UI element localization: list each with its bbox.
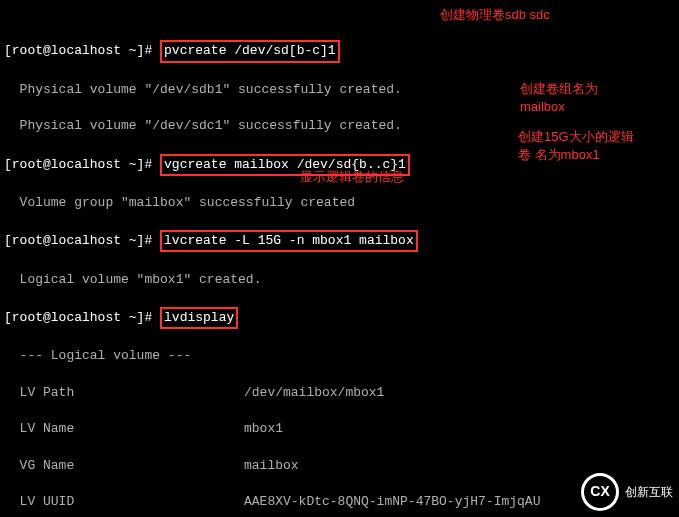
annotation-lvcreate-2: 卷 名为mbox1 (518, 146, 600, 164)
cmd-lvdisplay: lvdisplay (160, 307, 238, 329)
annotation-vgcreate: 创建卷组名为 (520, 80, 598, 98)
prompt2: [root@localhost ~]# (4, 157, 152, 172)
watermark: CX 创新互联 (581, 473, 673, 511)
terminal-output: [root@localhost ~]# pvcreate /dev/sd[b-c… (0, 0, 679, 517)
annotation-lvdisplay: 显示逻辑卷的信息 (300, 168, 404, 186)
lvdisplay-header: --- Logical volume --- (4, 347, 679, 365)
annotation-vgcreate-2: mailbox (520, 98, 565, 116)
lv-name-value: mbox1 (244, 420, 283, 438)
prompt-line-1[interactable]: [root@localhost ~]# pvcreate /dev/sd[b-c… (4, 40, 679, 62)
lv-name-row: LV Namembox1 (4, 420, 679, 438)
lv-uuid-row: LV UUIDAAE8XV-kDtc-8QNQ-imNP-47BO-yjH7-I… (4, 493, 679, 511)
annotation-lvcreate: 创建15G大小的逻辑 (518, 128, 634, 146)
vg-name-label: VG Name (4, 457, 244, 475)
vg-name-value: mailbox (244, 457, 299, 475)
lv-path-value: /dev/mailbox/mbox1 (244, 384, 384, 402)
annotation-pvcreate: 创建物理卷sdb sdc (440, 6, 550, 24)
watermark-text: 创新互联 (625, 484, 673, 501)
prompt-line-4[interactable]: [root@localhost ~]# lvdisplay (4, 307, 679, 329)
prompt1: [root@localhost ~]# (4, 43, 152, 58)
output-lvcreate: Logical volume "mbox1" created. (4, 271, 679, 289)
watermark-icon: CX (581, 473, 619, 511)
output-vgcreate: Volume group "mailbox" successfully crea… (4, 194, 679, 212)
lv-uuid-label: LV UUID (4, 493, 244, 511)
lv-uuid-value: AAE8XV-kDtc-8QNQ-imNP-47BO-yjH7-ImjqAU (244, 493, 540, 511)
lv-name-label: LV Name (4, 420, 244, 438)
vg-name-row: VG Namemailbox (4, 457, 679, 475)
lv-path-row: LV Path/dev/mailbox/mbox1 (4, 384, 679, 402)
lv-path-label: LV Path (4, 384, 244, 402)
prompt3: [root@localhost ~]# (4, 233, 152, 248)
cmd-pvcreate: pvcreate /dev/sd[b-c]1 (160, 40, 340, 62)
prompt-line-3[interactable]: [root@localhost ~]# lvcreate -L 15G -n m… (4, 230, 679, 252)
prompt4: [root@localhost ~]# (4, 310, 152, 325)
cmd-lvcreate: lvcreate -L 15G -n mbox1 mailbox (160, 230, 418, 252)
